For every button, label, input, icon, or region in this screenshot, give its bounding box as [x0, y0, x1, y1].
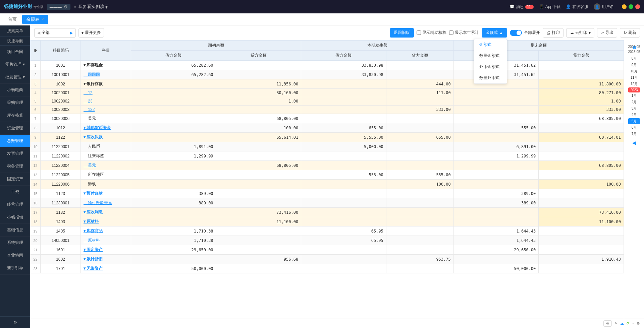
export-btn[interactable]: ↗ 导出: [597, 28, 617, 38]
title-bar-input[interactable]: ▬▬▬ ⚙: [47, 4, 70, 10]
row-name[interactable]: ▾ 其他货币资金: [81, 123, 131, 133]
back-old-version-btn[interactable]: 退回旧版: [390, 28, 414, 38]
month-item-10[interactable]: 10月: [628, 68, 640, 74]
search-input[interactable]: [42, 30, 68, 35]
collapse-btn[interactable]: ◀: [632, 140, 636, 145]
row-name[interactable]: 原材料: [81, 236, 131, 245]
sidebar-quick-nav[interactable]: 快捷导航: [0, 37, 30, 46]
window-maximize-btn[interactable]: □: [629, 4, 633, 9]
tab-balance-sheet[interactable]: 余额表 ✕: [22, 15, 48, 24]
row-name[interactable]: 23: [81, 97, 131, 106]
cloud-print-btn[interactable]: ☁ 云打印 ▾: [566, 28, 594, 38]
sidebar-item-basic[interactable]: 基础信息: [0, 224, 30, 237]
window-close-btn[interactable]: ✕: [635, 4, 640, 9]
format-dropdown-container: 金额式 ▲ 金额式 数量金额式 外币金额式: [482, 28, 507, 38]
format-option-qty-foreign[interactable]: 数量外币式: [474, 72, 507, 83]
sidebar-settings[interactable]: ⚙: [0, 316, 30, 328]
sidebar-search[interactable]: 搜索菜单: [0, 25, 30, 37]
sidebar-item-ecommerce[interactable]: 小畅电商: [0, 84, 30, 96]
month-item-9[interactable]: 9月: [628, 62, 640, 68]
table-container[interactable]: ⚙ 科目编码 科目 期初余额 本期发生额 期末余额 借方金额 贷方金额: [30, 40, 624, 319]
month-item-5[interactable]: 5月: [628, 118, 640, 124]
row-name[interactable]: ▾ 库存商品: [81, 226, 131, 236]
sidebar-item-assets[interactable]: 固定资产: [0, 173, 30, 186]
tab-home[interactable]: 首页: [4, 15, 21, 24]
row-name[interactable]: ▾ 应收账款: [81, 133, 131, 142]
expand-more-btn[interactable]: ▾ 展开更多: [78, 28, 104, 38]
sidebar-item-purchase[interactable]: 采购管理: [0, 96, 30, 109]
sidebar-item-collab[interactable]: 企业协同: [0, 249, 30, 262]
row-current-debit: [301, 217, 386, 226]
search-box[interactable]: ◀ ▶: [34, 28, 76, 38]
row-name[interactable]: 122: [81, 106, 131, 114]
sidebar-item-invoice[interactable]: 发票管理: [0, 147, 30, 160]
row-name[interactable]: ▾ 应收利息: [81, 208, 131, 217]
table-row: 2 10010001 回回回 65,282.60 33,830.98 31,45…: [31, 70, 624, 79]
show-auxiliary-checkbox[interactable]: 显示辅助核算: [417, 30, 446, 36]
opening-balance-header: 期初余额: [131, 41, 301, 51]
online-service-btn[interactable]: 👤 在线客服: [566, 4, 588, 10]
settings-header[interactable]: ⚙: [31, 41, 41, 61]
month-item-8[interactable]: 8月: [628, 56, 640, 62]
search-left-arrow[interactable]: ◀: [37, 30, 40, 35]
row-name[interactable]: ▾ 无形资产: [81, 264, 131, 273]
sidebar-item-payroll[interactable]: 工资: [0, 186, 30, 198]
table-settings-icon[interactable]: ⚙: [34, 48, 37, 53]
sidebar-item-system[interactable]: 系统管理: [0, 237, 30, 249]
month-item-7[interactable]: 7月: [628, 131, 640, 137]
table-row: 18 1403 ▾ 原材料 11,100.00 11,100.00: [31, 217, 624, 226]
row-name[interactable]: 回回回: [81, 70, 131, 79]
row-opening-debit: 29,650.00: [131, 245, 216, 255]
expand-all-toggle[interactable]: 全部展开: [510, 30, 540, 36]
demo-link[interactable]: ○ 我要看实例演示: [74, 4, 109, 10]
sidebar-item-guide[interactable]: 新手引导: [0, 262, 30, 275]
sidebar-item-retail[interactable]: 零售管理 ▾: [0, 58, 30, 71]
format-dropdown-btn[interactable]: 金额式 ▲: [482, 28, 507, 38]
row-name[interactable]: 美元: [81, 161, 131, 170]
month-item-3[interactable]: 3月: [628, 106, 640, 112]
app-download-btn[interactable]: 📱 App下载: [539, 4, 560, 10]
sidebar-item-ledger[interactable]: 总账管理: [0, 135, 30, 147]
row-name[interactable]: 12: [81, 89, 131, 97]
month-item-12[interactable]: 12月: [628, 81, 640, 87]
row-name[interactable]: ▾ 预付账款: [81, 189, 131, 198]
tab-close-btn[interactable]: ✕: [41, 17, 44, 21]
month-item-2[interactable]: 2月: [628, 99, 640, 105]
show-year-checkbox[interactable]: 显示本年累计: [449, 30, 479, 36]
sidebar-item-tax[interactable]: 税务管理: [0, 160, 30, 173]
user-avatar[interactable]: 👤 用户名: [594, 3, 614, 10]
month-item-4[interactable]: 4月: [628, 112, 640, 118]
format-option-qty-money[interactable]: 数量金额式: [474, 50, 507, 61]
month-item-1[interactable]: 1月: [628, 93, 640, 99]
print-btn[interactable]: 🖨 打印: [543, 28, 564, 38]
window-minimize-btn[interactable]: —: [622, 4, 627, 9]
row-closing-credit: 68,805.00: [539, 161, 624, 170]
row-opening-debit: 389.00: [131, 189, 216, 198]
search-right-arrow[interactable]: ▶: [70, 30, 73, 35]
month-item-2023[interactable]: 2023: [628, 87, 640, 92]
period-selector-label[interactable]: 期间选择: [631, 42, 638, 44]
sidebar-item-expense[interactable]: 小畅报销: [0, 211, 30, 224]
row-current-debit: [301, 79, 386, 89]
sidebar-item-wholesale[interactable]: 批发管理 ▾: [0, 71, 30, 84]
sidebar-item-inventory[interactable]: 库存核算: [0, 109, 30, 122]
row-name[interactable]: ▾ 原材料: [81, 217, 131, 226]
gear-icon[interactable]: ⚙: [64, 4, 68, 9]
row-code: 1001: [41, 61, 81, 70]
table-row: 15 1123 ▾ 预付账款 389.00 389.00: [31, 189, 624, 198]
message-btn[interactable]: 💬 消息 99+: [509, 4, 534, 10]
table-row: 4 10020001 12 80,160.00 111.00 80,271.00: [31, 89, 624, 97]
month-item-6[interactable]: 6月: [628, 125, 640, 131]
format-option-money[interactable]: 金额式: [474, 39, 507, 50]
format-option-foreign-money[interactable]: 外币金额式: [474, 61, 507, 72]
row-name[interactable]: ▾ 固定资产: [81, 245, 131, 255]
lang-btn[interactable]: 英: [603, 320, 612, 327]
sidebar-item-capital[interactable]: 资金管理: [0, 122, 30, 135]
sidebar-item-project[interactable]: 项目合同: [0, 46, 30, 58]
row-name[interactable]: 预付账款美元: [81, 198, 131, 208]
row-name[interactable]: ▾ 累计折旧: [81, 255, 131, 264]
refresh-btn[interactable]: ↻ 刷新: [620, 28, 640, 38]
month-item-11[interactable]: 11月: [628, 75, 640, 81]
sidebar-item-management[interactable]: 经营管理: [0, 198, 30, 211]
balance-table: ⚙ 科目编码 科目 期初余额 本期发生额 期末余额 借方金额 贷方金额: [30, 40, 624, 273]
